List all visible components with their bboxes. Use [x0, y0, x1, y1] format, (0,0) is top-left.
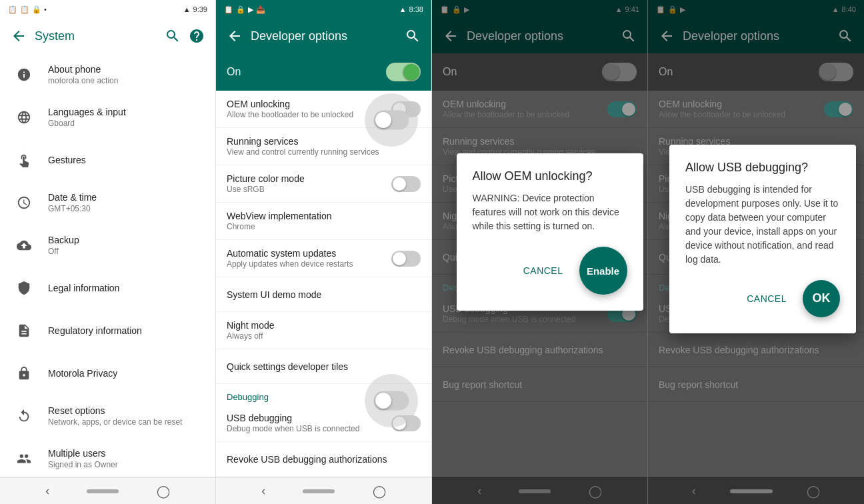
- backup-title: Backup: [48, 235, 205, 245]
- language-text: Languages & input Gboard: [48, 107, 205, 128]
- oem-dialog-title: Allow OEM unlocking?: [473, 169, 627, 183]
- status-icons-right-2: ▲ 8:38: [399, 5, 423, 13]
- toolbar-1: System: [0, 19, 215, 53]
- notification-icon-1: 📋: [8, 5, 17, 14]
- auto-updates-toggle-knob: [393, 252, 406, 265]
- nav-back-1[interactable]: ‹: [45, 484, 49, 498]
- nav-recents-2[interactable]: ◯: [373, 484, 386, 499]
- oem-enable-button[interactable]: Enable: [579, 247, 627, 295]
- users-text: Multiple users Signed in as Owner: [48, 448, 205, 469]
- gestures-title: Gestures: [48, 155, 205, 165]
- nav-recents-1[interactable]: ◯: [157, 484, 170, 499]
- privacy-title: Motorola Privacy: [48, 368, 205, 379]
- back-button-2[interactable]: [227, 28, 243, 44]
- picture-color-subtitle: Use sRGB: [227, 185, 391, 194]
- help-button[interactable]: [189, 28, 205, 44]
- settings-item-language[interactable]: Languages & input Gboard: [0, 96, 215, 139]
- webview-item[interactable]: WebView implementation Chrome: [216, 203, 431, 240]
- about-title: About phone: [48, 64, 205, 75]
- usb-cancel-button[interactable]: Cancel: [736, 280, 797, 317]
- settings-item-about[interactable]: About phone motorola one action: [0, 53, 215, 96]
- status-icons-right: ▲ 9:39: [183, 5, 207, 13]
- wifi-icon: ▲: [183, 5, 191, 13]
- settings-item-regulatory[interactable]: Regulatory information: [0, 309, 215, 352]
- usb-toggle-highlight[interactable]: [374, 391, 409, 411]
- webview-subtitle: Chrome: [227, 222, 421, 231]
- oem-dialog-overlay: Allow OEM unlocking? WARNING: Device pro…: [432, 0, 647, 504]
- developer-toggle-knob: [403, 64, 419, 80]
- users-icon: [11, 445, 37, 472]
- language-title: Languages & input: [48, 107, 205, 117]
- oem-dialog-actions: Cancel Enable: [473, 247, 627, 295]
- revoke-usb-item[interactable]: Revoke USB debugging authorizations: [216, 442, 431, 477]
- backup-icon: [11, 232, 37, 259]
- toggle-highlight-usb: [365, 374, 418, 427]
- language-subtitle: Gboard: [48, 119, 205, 128]
- privacy-text: Motorola Privacy: [48, 368, 205, 379]
- settings-item-gestures[interactable]: Gestures: [0, 139, 215, 181]
- auto-updates-item[interactable]: Automatic system updates Apply updates w…: [216, 240, 431, 277]
- notif-icon-2d: 📥: [256, 5, 265, 14]
- revoke-usb-title: Revoke USB debugging authorizations: [227, 454, 421, 465]
- datetime-icon: [11, 189, 37, 216]
- status-icons-left-2: 📋 🔒 ▶ 📥: [224, 5, 265, 14]
- system-ui-text: System UI demo mode: [227, 289, 421, 300]
- datetime-text: Date & time GMT+05:30: [48, 192, 205, 213]
- running-services-subtitle: View and control currently running servi…: [227, 147, 421, 157]
- settings-item-datetime[interactable]: Date & time GMT+05:30: [0, 181, 215, 224]
- users-subtitle: Signed in as Owner: [48, 460, 205, 469]
- backup-subtitle: Off: [48, 247, 205, 256]
- oem-title: OEM unlocking: [227, 99, 391, 109]
- gestures-text: Gestures: [48, 155, 205, 165]
- nav-bar-1: ‹ ◯: [0, 477, 215, 504]
- regulatory-text: Regulatory information: [48, 325, 205, 336]
- panel-usb-dialog: 📋 🔒 ▶ ▲ 8:40 Developer options On OEM un…: [648, 0, 864, 504]
- legal-title: Legal information: [48, 283, 205, 293]
- oem-cancel-button[interactable]: Cancel: [513, 247, 574, 295]
- usb-debugging-title: USB debugging: [227, 413, 391, 423]
- language-icon: [11, 104, 37, 131]
- reset-icon: [11, 403, 37, 429]
- system-ui-item[interactable]: System UI demo mode: [216, 277, 431, 312]
- picture-color-item[interactable]: Picture color mode Use sRGB: [216, 165, 431, 203]
- settings-item-legal[interactable]: Legal information: [0, 267, 215, 309]
- settings-item-users[interactable]: Multiple users Signed in as Owner: [0, 437, 215, 477]
- page-title-1: System: [35, 29, 157, 43]
- quick-settings-text: Quick settings developer tiles: [227, 361, 421, 372]
- developer-on-row[interactable]: On: [216, 53, 431, 91]
- back-button-1[interactable]: [11, 28, 27, 44]
- legal-text: Legal information: [48, 283, 205, 293]
- settings-item-reset[interactable]: Reset options Network, apps, or device c…: [0, 395, 215, 437]
- gestures-icon: [11, 147, 37, 173]
- datetime-subtitle: GMT+05:30: [48, 204, 205, 213]
- notification-dot: •: [44, 5, 47, 14]
- notif-icon-2c: ▶: [248, 5, 253, 14]
- night-mode-item[interactable]: Night mode Always off: [216, 312, 431, 349]
- nav-home-2[interactable]: [303, 489, 335, 493]
- quick-settings-title: Quick settings developer tiles: [227, 361, 421, 372]
- picture-color-toggle[interactable]: [391, 176, 421, 192]
- backup-text: Backup Off: [48, 235, 205, 256]
- settings-item-privacy[interactable]: Motorola Privacy: [0, 352, 215, 395]
- about-icon: [11, 61, 37, 88]
- privacy-icon: [11, 360, 37, 387]
- auto-updates-text: Automatic system updates Apply updates w…: [227, 248, 391, 269]
- nav-home-1[interactable]: [87, 489, 119, 493]
- toggle-highlight-oem: [365, 93, 418, 147]
- usb-dialog-overlay: Allow USB debugging? USB debugging is in…: [648, 0, 864, 504]
- datetime-title: Date & time: [48, 192, 205, 203]
- oem-toggle-highlight[interactable]: [374, 111, 409, 130]
- usb-ok-button[interactable]: OK: [803, 280, 840, 317]
- webview-text: WebView implementation Chrome: [227, 211, 421, 231]
- developer-toggle[interactable]: [386, 63, 421, 81]
- nav-back-2[interactable]: ‹: [261, 484, 265, 498]
- search-button-1[interactable]: [165, 28, 181, 44]
- regulatory-icon: [11, 317, 37, 344]
- auto-updates-toggle[interactable]: [391, 251, 421, 267]
- regulatory-title: Regulatory information: [48, 325, 205, 336]
- legal-icon: [11, 275, 37, 301]
- search-button-2[interactable]: [405, 28, 421, 44]
- usb-dialog-content: USB debugging is intended for developmen…: [685, 183, 840, 267]
- settings-item-backup[interactable]: Backup Off: [0, 224, 215, 267]
- nav-bar-2: ‹ ◯: [216, 477, 431, 504]
